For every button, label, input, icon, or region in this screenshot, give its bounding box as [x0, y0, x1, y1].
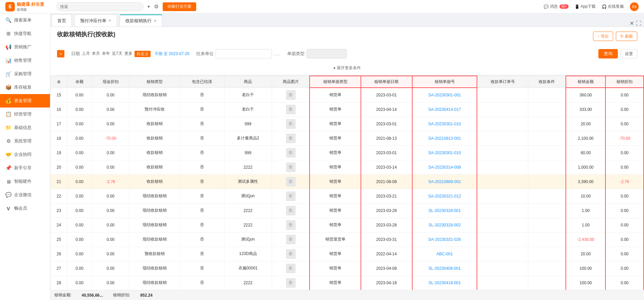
sidebar-item-search[interactable]: 🔍 搜索菜单	[0, 13, 50, 27]
cell-verify-no[interactable]: SA-20230414-017	[412, 102, 477, 117]
sidebar-item-enterprise[interactable]: 🤝 企业协同	[0, 148, 50, 161]
wechat-icon: 💬	[5, 192, 11, 198]
date-custom[interactable]: 自定义	[135, 51, 151, 57]
date-this-year[interactable]: 本年	[102, 51, 110, 57]
query-btn[interactable]: 查询	[598, 49, 618, 58]
settings-icon[interactable]: ⚙	[154, 3, 159, 10]
sidebar-item-capital[interactable]: 💰 资金管理	[0, 94, 50, 108]
cell-no: 26	[51, 247, 67, 261]
page-content: 收款核销执行(按收款) ↑ 导出 ↻ 刷新 » 日期	[50, 27, 644, 300]
sidebar-item-purchase[interactable]: 🛒 采购管理	[0, 67, 50, 81]
tab-receipt-close[interactable]: ✕	[154, 19, 157, 23]
cell-verify-no[interactable]: SL-20230408-001	[412, 261, 477, 275]
user-profile[interactable]: Rit	[630, 2, 639, 11]
cell-product-img: 图	[272, 189, 310, 203]
col-verify-date: 核销单据日期	[361, 76, 412, 88]
online-service-btn[interactable]: 🎧 在线客服	[602, 4, 624, 9]
table-row: 17 0.00 0.00 收款核销 否 999 图 销货单 2023-03-01…	[51, 117, 644, 131]
cell-no: 25	[51, 232, 67, 247]
export-icon: ↑	[597, 34, 599, 39]
cell-verify-no[interactable]: SL-20230418-001	[412, 275, 477, 290]
date-more[interactable]: 更多	[124, 51, 132, 57]
cell-verify-no[interactable]: SA-20230321-012	[412, 189, 477, 203]
dropdown-icon[interactable]: ▾	[148, 4, 150, 9]
cell-verify-no[interactable]: SA-20230301-010	[412, 145, 477, 160]
table-row: 16 0.00 0.00 预付冲应收 否 老白干 图 销货单 2023-04-1…	[51, 102, 644, 117]
table-row: 19 0.00 0.00 收款核销 否 999 图 销货单 2023-03-01…	[51, 145, 644, 160]
cell-balance: 0.00	[67, 247, 92, 261]
filter-expand-arrow[interactable]: »	[57, 50, 64, 57]
tab-prepay[interactable]: 预付冲应付单 ✕	[74, 14, 117, 27]
close-window-btn[interactable]: ✕	[630, 20, 634, 27]
cell-product: 测试多属性	[224, 174, 272, 189]
cell-verify-voucher-type: 销货单	[310, 174, 361, 189]
cell-verify-no[interactable]: SA-20230331-026	[412, 232, 477, 247]
cell-verify-no[interactable]: SA-20210808-001	[412, 174, 477, 189]
settings-btn[interactable]: 设置	[621, 49, 637, 58]
cell-receipt-condition	[528, 160, 566, 174]
date-this-month[interactable]: 本月	[92, 51, 100, 57]
sidebar-item-guide[interactable]: 📌 新手引导	[0, 161, 50, 175]
sidebar-item-sales[interactable]: 📊 销售管理	[0, 54, 50, 67]
member-icon: V	[5, 206, 11, 211]
cell-cash-discount: -2.76	[92, 174, 129, 189]
table-scroll[interactable]: ⚙ 余额 现金折扣 核销类型 包含已结清 商品 商品图片 核销单据类型 核销单据…	[50, 76, 644, 290]
cell-cash-discount: 0.00	[92, 275, 129, 290]
expand-more-btn[interactable]: ▾ 展开更多条件	[333, 63, 361, 73]
gear-icon[interactable]: ⚙	[57, 80, 61, 84]
cell-product: 多计量商品2	[224, 131, 272, 145]
col-gear[interactable]: ⚙	[51, 76, 67, 88]
cell-verify-no[interactable]: SL-20230328-001	[412, 203, 477, 218]
cell-receipt-order-no	[477, 160, 528, 174]
sidebar-label-operations: 经营管理	[14, 111, 32, 117]
cell-receipt-condition	[528, 218, 566, 232]
messages-btn[interactable]: 💬 消息 99+	[544, 4, 569, 9]
table-row: 23 0.00 0.00 现结收款核销 否 2222 图 销货单 2023-03…	[51, 203, 644, 218]
cell-verify-amount: 20.00	[566, 117, 605, 131]
sidebar-item-marketing[interactable]: 📢 营销推广	[0, 40, 50, 54]
cell-product: 2222	[224, 275, 272, 290]
app-download-btn[interactable]: 📱 App下载	[575, 4, 596, 9]
cell-verify-date: 2023-03-28	[361, 218, 412, 232]
sidebar-item-basic[interactable]: 📁 基础信息	[0, 121, 50, 134]
search-input[interactable]	[56, 2, 144, 11]
tab-receipt[interactable]: 收款核销执行 ✕	[120, 14, 162, 27]
partner-filter: 往来单位 ...	[196, 49, 280, 58]
expand-window-btn[interactable]: ⛶	[636, 20, 641, 27]
cell-cash-discount: 0.00	[92, 218, 129, 232]
cell-receipt-order-no	[477, 88, 528, 102]
sidebar-label-capital: 资金管理	[14, 98, 32, 104]
cell-balance: 0.00	[67, 117, 92, 131]
sidebar-item-operations[interactable]: 📋 经营管理	[0, 108, 50, 121]
cell-verify-no[interactable]: ABC-001	[412, 247, 477, 261]
sidebar-item-inventory[interactable]: 📦 库存核算	[0, 81, 50, 94]
sidebar-item-system[interactable]: ⚙ 系统管理	[0, 134, 50, 148]
cell-verify-no[interactable]: SA-20230314-008	[412, 160, 477, 174]
sidebar-item-nav[interactable]: ⊞ 快捷导航	[0, 27, 50, 40]
cell-cash-discount: -70.00	[92, 131, 129, 145]
cell-verify-no[interactable]: SA-20230301-001	[412, 88, 477, 102]
cell-verify-date: 2021-08-13	[361, 131, 412, 145]
sidebar-label-member: 畅会员	[14, 205, 27, 211]
cell-verify-voucher-type: 销货单	[310, 203, 361, 218]
tab-prepay-close[interactable]: ✕	[108, 18, 111, 23]
date-7days[interactable]: 近7天	[112, 51, 122, 57]
cell-receipt-order-no	[477, 275, 528, 290]
partner-input[interactable]	[216, 49, 272, 58]
cell-verify-no[interactable]: SL-20230328-002	[412, 218, 477, 232]
industry-btn[interactable]: 休验行业方案	[163, 2, 196, 11]
voucher-type-select[interactable]	[307, 49, 347, 58]
sidebar-item-hardware[interactable]: 🖥 智能硬件	[0, 175, 50, 188]
cell-verify-no[interactable]: SA-20210813-001	[412, 131, 477, 145]
date-last-month[interactable]: 上月	[82, 51, 90, 57]
cell-verify-no[interactable]: SA-20230301-010	[412, 117, 477, 131]
sidebar: 🔍 搜索菜单 ⊞ 快捷导航 📢 营销推广 📊 销售管理 🛒 采购管理 📦 库存核…	[0, 13, 50, 300]
export-btn[interactable]: ↑ 导出	[593, 32, 613, 41]
sidebar-item-member[interactable]: V 畅会员	[0, 202, 50, 215]
cell-product-img: 图	[272, 117, 310, 131]
sidebar-item-wechat[interactable]: 💬 企业微信	[0, 188, 50, 202]
cell-balance: 0.00	[67, 275, 92, 290]
tab-home[interactable]: 首页	[52, 14, 72, 27]
refresh-btn[interactable]: ↻ 刷新	[616, 32, 637, 41]
voucher-type-label: 单据类型	[287, 51, 305, 57]
